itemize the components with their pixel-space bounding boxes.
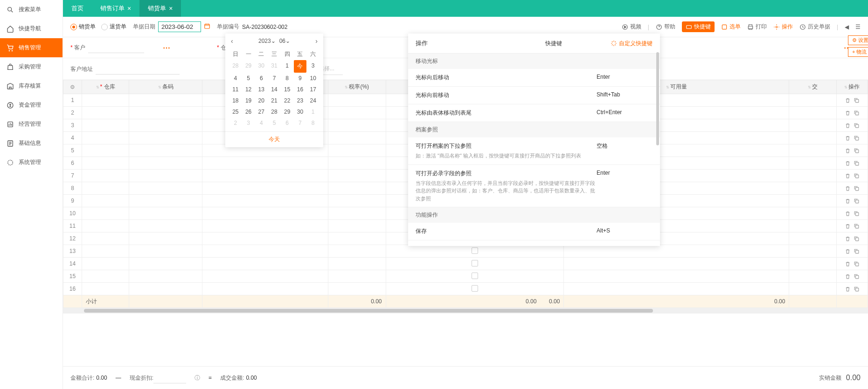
copy-icon[interactable] [854,185,860,191]
cal-day[interactable]: 1 [306,106,319,117]
cal-day[interactable]: 30 [255,60,268,73]
cal-day[interactable]: 25 [229,106,242,117]
col-header[interactable]: ⇅* 仓库 [82,80,129,94]
cal-day[interactable]: 11 [229,84,242,95]
settings-button[interactable]: ⚙ 设置 [848,35,868,45]
select-button[interactable]: 选单 [721,23,741,31]
hotkey-button[interactable]: 快捷键 [682,21,715,32]
copy-icon[interactable] [854,223,860,229]
logistics-button[interactable]: + 物流 [848,47,868,57]
cal-day[interactable]: 22 [281,95,294,106]
cal-day[interactable]: 21 [268,95,281,106]
cal-day[interactable]: 6 [255,73,268,84]
sidebar-item-8[interactable]: 系统管理 [0,153,62,172]
cal-day[interactable]: 8 [306,117,319,129]
cal-day[interactable]: 17 [306,84,319,95]
copy-icon[interactable] [854,286,860,292]
delete-icon[interactable] [845,248,851,254]
cal-day[interactable]: 29 [242,60,255,73]
cal-today-button[interactable]: 今天 [225,131,323,147]
cal-next-icon[interactable]: › [315,37,318,45]
tab-1[interactable]: 销售订单× [92,0,139,17]
copy-icon[interactable] [854,148,860,154]
gift-checkbox[interactable] [472,285,478,292]
cal-day[interactable]: 15 [281,84,294,95]
custom-hotkey-button[interactable]: 自定义快捷键 [611,40,653,48]
cal-day[interactable]: 4 [229,73,242,84]
gift-checkbox[interactable] [472,273,478,279]
cal-day[interactable]: 31 [268,60,281,73]
history-button[interactable]: 历史单据 [799,23,830,31]
cal-month[interactable]: 06⌄ [279,38,290,44]
copy-icon[interactable] [854,160,860,166]
customer-input[interactable] [88,42,144,53]
copy-icon[interactable] [854,273,860,280]
col-header[interactable]: ⇅操作 [836,80,868,94]
cal-day[interactable]: 16 [294,84,307,95]
gift-checkbox[interactable] [472,247,478,254]
h-scrollbar[interactable] [63,308,868,314]
copy-icon[interactable] [854,248,860,254]
copy-icon[interactable] [854,173,860,179]
menu-icon[interactable]: ☰ [855,24,861,30]
cal-day[interactable]: 9 [294,73,307,84]
cal-day[interactable]: 19 [242,95,255,106]
video-button[interactable]: 视频 [622,23,641,31]
cal-day[interactable]: 2 [229,117,242,129]
col-header[interactable]: ⇅交 [789,80,836,94]
cal-day[interactable]: 7 [268,73,281,84]
cal-day[interactable]: 29 [281,106,294,117]
cal-day[interactable]: 28 [229,60,242,73]
calendar-icon[interactable] [204,23,210,31]
copy-icon[interactable] [854,97,860,103]
cal-day[interactable]: 今 [294,60,307,73]
delete-icon[interactable] [845,286,851,292]
copy-icon[interactable] [854,135,860,141]
print-button[interactable]: 打印 [747,23,767,31]
more-icon[interactable]: ⋯ [163,43,170,52]
tab-0[interactable]: 首页 [63,0,92,17]
date-input[interactable] [158,21,201,32]
cal-day[interactable]: 7 [294,117,307,129]
tab-2[interactable]: 销货单× [139,0,181,17]
copy-icon[interactable] [854,198,860,204]
sidebar-item-6[interactable]: 经营管理 [0,115,62,134]
prev-icon[interactable]: ◀ [845,24,849,30]
delete-icon[interactable] [845,223,851,229]
cal-day[interactable]: 18 [229,95,242,106]
gift-checkbox[interactable] [472,260,478,266]
radio-0[interactable]: 销货单 [70,23,96,31]
delete-icon[interactable] [845,123,851,129]
cal-day[interactable]: 3 [306,60,319,73]
cal-day[interactable]: 26 [242,106,255,117]
sidebar-item-2[interactable]: 销售管理 [0,38,62,57]
copy-icon[interactable] [854,211,860,217]
tab-close-icon[interactable]: × [169,5,173,12]
radio-1[interactable]: 退货单 [101,23,126,31]
sidebar-item-1[interactable]: 快捷导航 [0,19,62,38]
cal-day[interactable]: 27 [255,106,268,117]
copy-icon[interactable] [854,110,860,116]
cal-day[interactable]: 12 [242,84,255,95]
copy-icon[interactable] [854,261,860,267]
delete-icon[interactable] [845,236,851,242]
cal-day[interactable]: 1 [281,60,294,73]
delete-icon[interactable] [845,173,851,179]
sc-scrollbar[interactable] [656,52,659,244]
cal-day[interactable]: 4 [255,117,268,129]
sidebar-item-0[interactable]: 搜索菜单 [0,0,62,19]
cal-prev-icon[interactable]: ‹ [231,37,233,45]
help-button[interactable]: 帮助 [656,23,675,31]
copy-icon[interactable] [854,236,860,242]
cal-day[interactable]: 6 [281,117,294,129]
delete-icon[interactable] [845,148,851,154]
sidebar-item-5[interactable]: 资金管理 [0,96,62,115]
table-row[interactable]: 13 [63,245,868,258]
delete-icon[interactable] [845,110,851,116]
cal-day[interactable]: 14 [268,84,281,95]
discount-input[interactable] [153,372,186,383]
cal-day[interactable]: 24 [306,95,319,106]
cal-day[interactable]: 30 [294,106,307,117]
col-header[interactable]: ⇅税率(%) [328,80,386,94]
cal-day[interactable]: 3 [242,117,255,129]
